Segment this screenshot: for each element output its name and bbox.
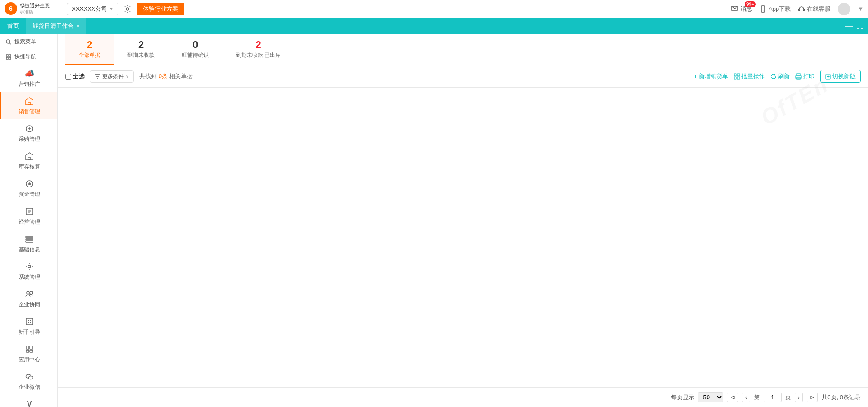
svg-point-31 [29,376,33,379]
sidebar-item-finance[interactable]: 资金管理 [0,174,57,202]
batch-icon [734,73,740,80]
logo-area: 6 畅捷通好生意 标准版 [5,2,62,15]
online-service-label: 在线客服 [807,5,830,13]
app-center-label: 应用中心 [19,356,40,364]
svg-rect-28 [26,350,29,352]
experience-button[interactable]: 体验行业方案 [137,3,184,15]
basic-icon [24,234,34,244]
sales-label: 销售管理 [19,108,40,116]
stat-label-all: 全部单据 [79,51,100,59]
stat-tab-overdue[interactable]: 2 到期未收款 [114,34,168,65]
sidebar-item-app-center[interactable]: 应用中心 [0,340,57,367]
svg-rect-22 [28,320,29,321]
sidebar-item-member[interactable]: V 畅会员 [0,395,57,407]
stat-tab-all[interactable]: 2 全部单据 [65,34,114,65]
quick-nav[interactable]: 快捷导航 [0,49,57,64]
svg-rect-8 [6,57,8,59]
stat-number-all: 2 [87,39,92,51]
svg-rect-33 [737,74,740,76]
search-menu[interactable]: 搜索菜单 [0,34,57,49]
filter-icon [95,74,100,79]
message-icon [731,5,739,13]
sidebar-item-system[interactable]: 系统管理 [0,257,57,285]
toolbar-right: + 新增销货单 批量操作 刷新 [694,70,861,83]
stat-number-pending: 0 [193,39,198,51]
logo-icon: 6 [5,2,17,15]
next-page-button[interactable]: › [795,393,803,402]
svg-rect-16 [26,239,33,240]
enterprise-label: 企业协同 [19,301,40,309]
settings-icon[interactable] [122,4,133,14]
more-filter-button[interactable]: 更多条件 ∨ [90,70,134,83]
switch-icon [825,74,831,80]
online-service[interactable]: 在线客服 [798,5,830,13]
refresh-button[interactable]: 刷新 [770,72,790,80]
wechat-icon [24,372,34,382]
company-selector[interactable]: XXXXXX公司 ▼ [67,3,118,15]
wechat-label: 企业微信 [19,384,40,391]
purchase-label: 采购管理 [19,136,40,143]
sidebar: 搜索菜单 快捷导航 📣 营销推广 销售管理 [0,34,58,407]
table-area [58,88,868,387]
tab-minimize-icon[interactable]: — [845,22,853,30]
sales-icon [24,96,34,106]
stat-label-overdue: 到期未收款 [127,51,155,59]
print-button[interactable]: 打印 [795,72,815,80]
sidebar-item-purchase[interactable]: 采购管理 [0,119,57,147]
svg-point-19 [27,291,29,294]
found-suffix: 相关单据 [169,73,193,80]
tab-current[interactable]: 钱货日清工作台 × [26,18,86,34]
basic-label: 基础信息 [19,246,40,253]
sidebar-item-guide[interactable]: 新手引导 [0,312,57,340]
app-name: 畅捷通好生意 [20,2,50,9]
avatar[interactable] [838,3,850,15]
print-icon [795,73,802,80]
batch-operation-button[interactable]: 批量操作 [734,72,765,80]
message-area[interactable]: 消息 99+ [731,5,752,13]
found-prefix: 共找到 [139,73,157,80]
stat-tab-overdue-shipped[interactable]: 2 到期未收款 已出库 [222,34,294,65]
select-all-input[interactable] [65,74,71,80]
svg-point-20 [30,291,33,294]
username[interactable]: ▼ [858,5,863,12]
search-icon [5,39,12,45]
tab-maximize-icon[interactable]: ⛶ [856,22,863,30]
svg-rect-15 [26,236,33,238]
stat-tab-pending[interactable]: 0 旺辅待确认 [168,34,222,65]
switch-label: 切换新版 [832,72,856,80]
top-right-area: 消息 99+ App下载 在线客服 ▼ [731,3,863,15]
tab-close-icon[interactable]: × [76,23,80,29]
refresh-icon [770,73,777,80]
operation-icon [24,206,34,216]
select-all-checkbox[interactable]: 全选 [65,72,85,80]
page-number-input[interactable] [764,393,782,402]
inventory-icon [24,151,34,161]
last-page-button[interactable]: ⊳ [807,393,818,402]
svg-rect-23 [30,320,31,321]
svg-rect-35 [737,77,740,79]
sidebar-item-marketing[interactable]: 📣 营销推广 [0,64,57,92]
svg-rect-26 [26,346,29,349]
switch-version-button[interactable]: 切换新版 [820,70,861,83]
sidebar-item-basic[interactable]: 基础信息 [0,229,57,257]
marketing-icon: 📣 [24,69,34,79]
top-bar: 6 畅捷通好生意 标准版 XXXXXX公司 ▼ 体验行业方案 消息 99+ [0,0,868,18]
sidebar-item-inventory[interactable]: 库存核算 [0,147,57,174]
sidebar-item-enterprise[interactable]: 企业协同 [0,285,57,312]
guide-label: 新手引导 [19,328,40,336]
app-download[interactable]: App下载 [760,5,791,13]
operation-label: 经营管理 [19,218,40,226]
sidebar-item-operation[interactable]: 经营管理 [0,202,57,229]
sidebar-item-wechat[interactable]: 企业微信 [0,367,57,395]
svg-rect-7 [9,55,11,56]
phone-icon [760,5,767,13]
sidebar-item-sales[interactable]: 销售管理 [0,92,57,119]
first-page-button[interactable]: ⊲ [727,393,738,402]
add-sales-order-button[interactable]: + 新增销货单 [694,72,728,80]
tab-bar-right: — ⛶ [845,22,868,30]
more-filter-label: 更多条件 [102,73,124,80]
per-page-select[interactable]: 50 100 200 [698,392,723,402]
tab-home[interactable]: 首页 [0,18,26,34]
prev-page-button[interactable]: ‹ [742,393,750,402]
toolbar: 全选 更多条件 ∨ 共找到 0条 相关单据 + 新增销货单 [58,65,868,88]
